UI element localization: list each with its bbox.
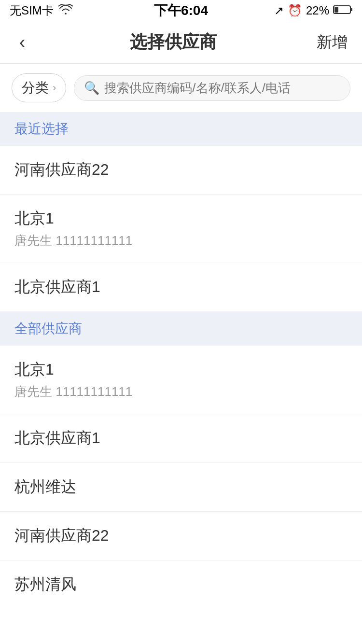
item-sub: 唐先生 11111111111 <box>14 383 348 400</box>
item-name: 北京供应商1 <box>14 277 348 298</box>
list-item[interactable]: 苏州清风 <box>0 560 362 609</box>
status-right: ↗ ⏰ 22% <box>274 4 352 17</box>
list-item[interactable]: 北京1唐先生 11111111111 <box>0 346 362 414</box>
list-item[interactable]: 北京1唐先生 11111111111 <box>0 195 362 263</box>
list-item[interactable]: 河南供应商22 <box>0 512 362 560</box>
item-name: 苏州清风 <box>14 574 348 595</box>
category-button[interactable]: 分类 › <box>12 73 66 102</box>
status-time: 下午6:04 <box>154 1 208 20</box>
status-bar: 无SIM卡 下午6:04 ↗ ⏰ 22% <box>0 0 362 21</box>
svg-rect-1 <box>350 8 352 11</box>
sim-status: 无SIM卡 <box>10 3 54 18</box>
item-name: 河南供应商22 <box>14 159 348 181</box>
chevron-right-icon: › <box>53 82 56 94</box>
svg-rect-2 <box>334 7 338 13</box>
search-input[interactable] <box>104 81 340 96</box>
page-title: 选择供应商 <box>130 30 217 54</box>
battery-text: 22% <box>306 4 329 17</box>
item-name: 河南供应商22 <box>14 525 348 546</box>
all-section-label: 全部供应商 <box>14 321 82 336</box>
recent-section-label: 最近选择 <box>14 121 69 136</box>
item-name: 北京1 <box>14 359 348 380</box>
list-item[interactable]: 杭州维达 <box>0 463 362 512</box>
item-name: 杭州维达 <box>14 476 348 498</box>
search-box: 🔍 <box>74 75 350 101</box>
filter-bar: 分类 › 🔍 <box>0 64 362 112</box>
all-section-header: 全部供应商 <box>0 312 362 346</box>
nav-bar: ‹ 选择供应商 新增 <box>0 21 362 64</box>
all-list: 北京1唐先生 11111111111北京供应商1杭州维达河南供应商22苏州清风 <box>0 346 362 609</box>
add-button[interactable]: 新增 <box>317 32 348 53</box>
location-icon: ↗ <box>274 4 284 17</box>
status-left: 无SIM卡 <box>10 3 73 18</box>
list-item[interactable]: 北京供应商1 <box>0 263 362 312</box>
category-label: 分类 <box>22 79 49 97</box>
list-item[interactable]: 河南供应商22 <box>0 146 362 195</box>
recent-list: 河南供应商22北京1唐先生 11111111111北京供应商1 <box>0 146 362 312</box>
battery-icon <box>333 4 352 17</box>
item-sub: 唐先生 11111111111 <box>14 232 348 249</box>
item-name: 北京供应商1 <box>14 428 348 449</box>
search-icon: 🔍 <box>84 81 99 96</box>
list-item[interactable]: 北京供应商1 <box>0 414 362 463</box>
alarm-icon: ⏰ <box>288 4 302 17</box>
item-name: 北京1 <box>14 208 348 229</box>
back-button[interactable]: ‹ <box>14 28 30 57</box>
recent-section-header: 最近选择 <box>0 112 362 146</box>
wifi-icon <box>58 4 73 17</box>
